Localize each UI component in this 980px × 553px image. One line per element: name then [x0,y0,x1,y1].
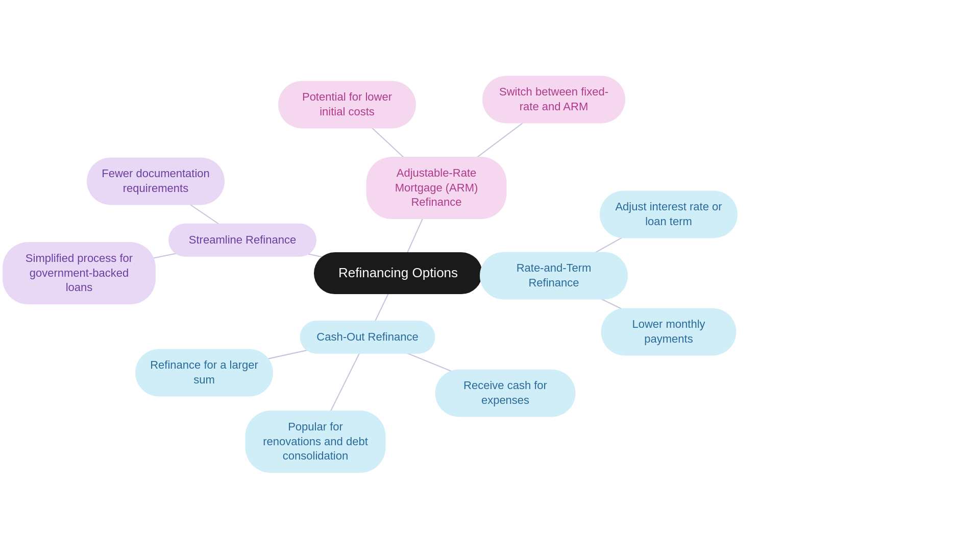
node-streamline: Streamline Refinance [168,224,316,257]
node-receive-cash: Receive cash for expenses [435,369,576,417]
mindmap-container: Refinancing Options Streamline Refinance… [0,0,980,553]
node-popular-reno: Popular for renovations and debt consoli… [246,411,386,473]
node-refinance-larger: Refinance for a larger sum [135,349,273,396]
node-cashout: Cash-Out Refinance [300,321,435,354]
node-arm: Adjustable-Rate Mortgage (ARM) Refinance [366,157,507,219]
node-switch-rate: Switch between fixed-rate and ARM [482,76,625,123]
node-center: Refinancing Options [314,252,482,294]
node-adjust-rate: Adjust interest rate or loan term [600,190,738,238]
node-rate-term: Rate-and-Term Refinance [480,252,628,299]
node-lower-monthly: Lower monthly payments [601,308,737,355]
node-potential-lower: Potential for lower initial costs [278,81,416,128]
node-simplified: Simplified process for government-backed… [3,242,156,304]
node-fewer-docs: Fewer documentation requirements [87,157,225,205]
